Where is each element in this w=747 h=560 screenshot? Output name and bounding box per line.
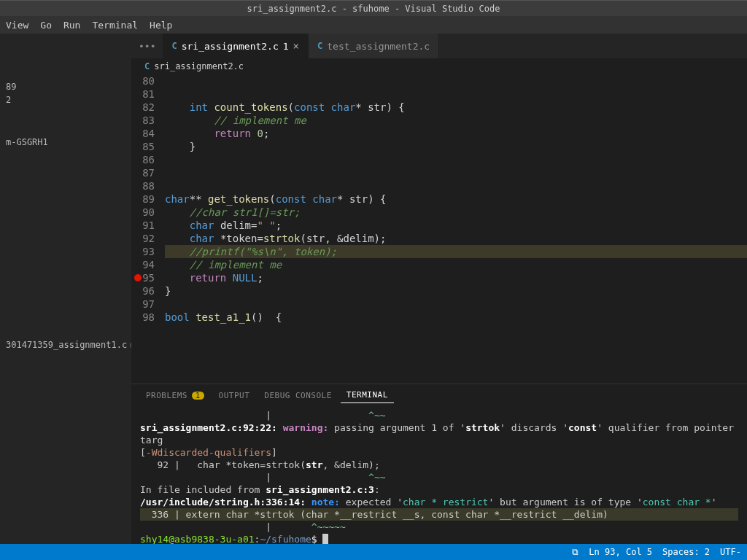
terminal-line-5: In file included from sri_assignment2.c:… <box>140 483 738 496</box>
c-lang-icon: C <box>317 41 322 51</box>
line-number-gutter: 80818283848586878889909192939495969798 <box>131 74 165 384</box>
code-line-83[interactable]: // implement me <box>165 114 747 127</box>
menu-go[interactable]: Go <box>34 20 58 31</box>
panel-tab-debug-console[interactable]: DEBUG CONSOLE <box>258 388 338 403</box>
code-line-96[interactable]: } <box>165 284 747 298</box>
code-line-87[interactable] <box>165 166 747 179</box>
terminal-line-4: | ^~~ <box>140 471 738 483</box>
menu-help[interactable]: Help <box>144 20 178 31</box>
editor-tab-0[interactable]: Csri_assignment2.c1× <box>163 34 309 58</box>
panel-tab-bar: PROBLEMS1OUTPUTDEBUG CONSOLETERMINAL <box>131 384 747 406</box>
code-line-86[interactable] <box>165 153 747 166</box>
editor-tab-bar: ••• Csri_assignment2.c1×Ctest_assignment… <box>131 34 747 58</box>
sidebar-item-label: 89 <box>6 82 16 92</box>
panel-tab-label: OUTPUT <box>219 391 250 400</box>
main-area: ••• Csri_assignment2.c1×Ctest_assignment… <box>131 34 747 544</box>
terminal-line-9: shy14@asb9838-3u-a01:~/sfuhome$ <box>140 533 738 544</box>
app-window: sri_assignment2.c - sfuhome - Visual Stu… <box>0 0 747 560</box>
sidebar-item-label: 2 <box>6 95 11 105</box>
panel-tab-label: DEBUG CONSOLE <box>264 391 332 400</box>
code-line-85[interactable]: } <box>165 140 747 153</box>
sidebar-item-1[interactable]: 2 <box>0 93 131 106</box>
panel-tab-terminal[interactable]: TERMINAL <box>341 387 394 403</box>
menu-view[interactable]: View <box>0 20 34 31</box>
code-line-92[interactable]: char *token=strtok(str, &delim); <box>165 232 747 245</box>
sidebar-item-3[interactable]: 301471359_assignment1.c1 <box>0 338 131 351</box>
indentation[interactable]: Spaces: 2 <box>662 547 710 557</box>
code-line-90[interactable]: //char str1[]=str; <box>165 206 747 219</box>
sidebar-item-label: 301471359_assignment1.c <box>6 340 127 350</box>
code-line-82[interactable]: int count_tokens(const char* str) { <box>165 101 747 114</box>
code-line-88[interactable] <box>165 179 747 192</box>
sidebar-item-0[interactable]: 89 <box>0 80 131 93</box>
panel-tab-output[interactable]: OUTPUT <box>213 388 256 403</box>
code-line-80[interactable] <box>165 74 747 88</box>
code-line-91[interactable]: char delim=" "; <box>165 219 747 232</box>
sidebar-item-label: m-GSGRH1 <box>6 137 48 147</box>
tab-label: sri_assignment2.c <box>182 41 279 52</box>
sidebar-item-2[interactable]: m-GSGRH1 <box>0 136 131 149</box>
code-content[interactable]: int count_tokens(const char* str) { // i… <box>165 74 747 384</box>
panel-tab-label: PROBLEMS <box>146 391 187 400</box>
menu-terminal[interactable]: Terminal <box>86 20 144 31</box>
cursor-position[interactable]: Ln 93, Col 5 <box>589 547 652 557</box>
bottom-panel: PROBLEMS1OUTPUTDEBUG CONSOLETERMINAL | ^… <box>131 384 747 544</box>
code-line-93[interactable]: //printf("%s\n", token); <box>165 245 747 258</box>
breakpoint-icon[interactable] <box>134 274 142 281</box>
status-bar: ⧉ Ln 93, Col 5 Spaces: 2 UTF- <box>0 544 747 560</box>
code-line-95[interactable]: return NULL; <box>165 271 747 284</box>
app-body: 892m-GSGRH1301471359_assignment1.c1 ••• … <box>0 34 747 544</box>
code-editor[interactable]: 80818283848586878889909192939495969798 i… <box>131 74 747 384</box>
tab-overflow-icon[interactable]: ••• <box>131 41 163 52</box>
panel-tab-count: 1 <box>192 392 204 400</box>
c-lang-icon: C <box>144 61 150 71</box>
code-line-81[interactable] <box>165 88 747 101</box>
code-line-84[interactable]: return 0; <box>165 127 747 140</box>
code-line-97[interactable] <box>165 298 747 311</box>
tab-modified-indicator: 1 <box>283 41 289 52</box>
sidebar: 892m-GSGRH1301471359_assignment1.c1 <box>0 34 131 544</box>
panel-tab-problems[interactable]: PROBLEMS1 <box>140 388 210 403</box>
terminal-line-1: sri_assignment2.c:92:22: warning: passin… <box>140 421 738 446</box>
terminal-line-6: /usr/include/string.h:336:14: note: expe… <box>140 496 738 508</box>
panel-tab-label: TERMINAL <box>347 390 388 400</box>
breadcrumb-label: sri_assignment2.c <box>154 61 244 71</box>
terminal-line-0: | ^~~ <box>140 409 738 421</box>
editor-tab-1[interactable]: Ctest_assignment2.c <box>309 34 439 58</box>
menu-run[interactable]: Run <box>58 20 86 31</box>
breadcrumb[interactable]: C sri_assignment2.c <box>131 58 747 74</box>
close-icon[interactable]: × <box>293 41 299 51</box>
code-line-89[interactable]: char** get_tokens(const char* str) { <box>165 192 747 206</box>
terminal-line-7: 336 | extern char *strtok (char *__restr… <box>140 508 738 521</box>
window-title: sri_assignment2.c - sfuhome - Visual Stu… <box>0 0 747 16</box>
c-lang-icon: C <box>171 41 177 51</box>
terminal-line-2: [-Wdiscarded-qualifiers] <box>140 446 738 459</box>
terminal-line-3: 92 | char *token=strtok(str, &delim); <box>140 459 738 471</box>
code-line-98[interactable]: bool test_a1_1() { <box>165 311 747 324</box>
code-line-94[interactable]: // implement me <box>165 258 747 271</box>
menu-bar: ViewGoRunTerminalHelp <box>0 16 747 34</box>
layout-icon[interactable]: ⧉ <box>572 547 578 557</box>
tab-label: test_assignment2.c <box>327 41 430 52</box>
terminal-line-8: | ^~~~~~ <box>140 521 738 533</box>
encoding[interactable]: UTF- <box>720 547 741 557</box>
terminal-output[interactable]: | ^~~sri_assignment2.c:92:22: warning: p… <box>131 406 747 544</box>
